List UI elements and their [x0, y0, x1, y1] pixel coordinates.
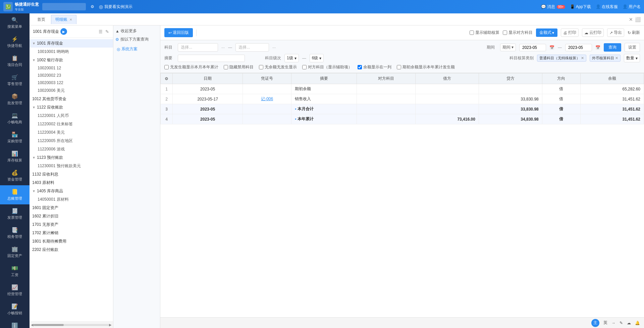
- collapse-header[interactable]: ▲ 收起更多: [115, 28, 158, 34]
- sidebar-item-assets[interactable]: 🏢 固定资产: [0, 243, 30, 262]
- quantity-select[interactable]: 数量 ▾: [624, 54, 640, 62]
- col-date[interactable]: 日期: [173, 73, 243, 84]
- col-summary[interactable]: 摘要: [291, 73, 357, 84]
- tree-item-11220005[interactable]: 11220005 所在地区: [30, 137, 113, 145]
- sidebar-item-project[interactable]: 📋 项目合同: [0, 52, 30, 71]
- status-bell[interactable]: 🔔: [635, 321, 640, 325]
- show-opposite-checkbox[interactable]: [503, 30, 507, 35]
- level-end-select[interactable]: 6级 ▾: [310, 54, 324, 62]
- tab-detail-close[interactable]: ✕: [69, 18, 72, 21]
- sidebar-item-ledger[interactable]: 📒 总账管理: [0, 185, 30, 204]
- tree-scroll-right[interactable]: ▶: [109, 323, 112, 327]
- cb-no-balance-occur[interactable]: 无余额无发生显示: [259, 64, 297, 70]
- col-debit[interactable]: 借方: [415, 73, 479, 84]
- cb-period-start-balance[interactable]: 期初余额显示本年累计发生额: [397, 64, 455, 70]
- tree-item-2202[interactable]: 2202 应付账款: [30, 246, 113, 254]
- tree-item-1801[interactable]: 1801 长期待摊费用: [30, 237, 113, 246]
- back-old-btn[interactable]: ↩ 退回旧版: [164, 28, 193, 37]
- tree-item-1132[interactable]: 1132 应收利息: [30, 170, 113, 179]
- tree-item-1602[interactable]: 1602 累计折旧: [30, 212, 113, 220]
- col-opposite[interactable]: 对方科目: [357, 73, 415, 84]
- sidebar-item-finance[interactable]: 💰 资金管理: [0, 166, 30, 185]
- maximize-btn[interactable]: ⬜: [635, 17, 641, 22]
- status-edit[interactable]: ✎: [620, 321, 623, 325]
- sidebar-item-basic[interactable]: ℹ️ 基础信息: [0, 319, 30, 328]
- message-btn[interactable]: 💬 消息 99+: [541, 4, 565, 10]
- tree-item-11220002[interactable]: 11220002 往来标签: [30, 120, 113, 128]
- period-calendar-icon-1[interactable]: 📅: [549, 45, 554, 50]
- show-aux-check[interactable]: 显示辅助核算: [470, 30, 499, 36]
- settings-btn-filter[interactable]: 设置: [625, 43, 640, 52]
- tree-item-10020006[interactable]: 10020006 美元: [30, 86, 113, 95]
- tag-close-foreign[interactable]: ✕: [615, 56, 618, 60]
- status-arrow[interactable]: →: [611, 321, 615, 325]
- cb-opposite-input[interactable]: [302, 65, 307, 69]
- tree-item-10020001[interactable]: 10020001 12: [30, 64, 113, 72]
- global-search[interactable]: [42, 3, 86, 10]
- col-voucher[interactable]: 凭证号: [243, 73, 291, 84]
- sidebar-item-quicknav[interactable]: ⚡ 快捷导航: [0, 32, 30, 52]
- sidebar-item-retail[interactable]: 🛒 零售管理: [0, 71, 30, 90]
- tree-edit-btn[interactable]: ✎: [105, 28, 110, 35]
- period-end-input[interactable]: [565, 44, 592, 51]
- online-service-btn[interactable]: 👤 在线客服: [596, 4, 618, 10]
- sidebar-item-tax[interactable]: 📑 税务管理: [0, 223, 30, 243]
- sidebar-item-invoice[interactable]: 🧾 发票管理: [0, 204, 30, 223]
- level-start-select[interactable]: 1级 ▾: [284, 54, 299, 62]
- sidebar-item-inventory[interactable]: 📊 库存核算: [0, 147, 30, 166]
- cb-no-occur-input[interactable]: [164, 65, 169, 69]
- tree-item-10020002[interactable]: 10020002 23: [30, 72, 113, 79]
- tree-item-1601[interactable]: 1601 固定资产: [30, 204, 113, 212]
- user-avatar[interactable]: 👤 用户名: [623, 4, 641, 10]
- tree-item-14050001[interactable]: 14050001 原材料: [30, 195, 113, 204]
- col-settings[interactable]: ⚙: [161, 73, 173, 84]
- cb-hide-disabled-input[interactable]: [224, 65, 228, 69]
- status-icon-main[interactable]: 主: [591, 319, 599, 327]
- col-credit[interactable]: 贷方: [479, 73, 542, 84]
- export-btn[interactable]: ↗ 导出: [607, 28, 624, 37]
- refresh-btn[interactable]: ↻ 刷新: [628, 30, 640, 36]
- sidebar-item-operations[interactable]: 📈 经营管理: [0, 281, 30, 300]
- cb-opposite[interactable]: 对方科目（显示辅助项）: [302, 64, 352, 70]
- settings-btn[interactable]: ⚙: [89, 4, 96, 10]
- cb-hide-disabled[interactable]: 隐藏禁用科目: [224, 64, 254, 70]
- col-direction[interactable]: 方向: [542, 73, 580, 84]
- tree-item-11230001[interactable]: 11230001 预付账款美元: [30, 162, 113, 170]
- cb-balance-one-col-input[interactable]: [358, 65, 362, 69]
- tree-item-1701[interactable]: 1701 无形资产: [30, 220, 113, 229]
- currency-mode-btn[interactable]: 金额式 ▾: [536, 28, 557, 37]
- tree-item-10010001[interactable]: 10010001 哟哟哟: [30, 48, 113, 56]
- account-next-btn[interactable]: ▶: [60, 28, 67, 35]
- period-start-input[interactable]: [519, 44, 546, 51]
- close-all-btn[interactable]: ✕: [629, 17, 633, 22]
- system-plan-item[interactable]: ◎ 系统方案: [115, 45, 158, 53]
- print-btn[interactable]: 🖨 打印: [561, 28, 579, 37]
- show-aux-checkbox[interactable]: [470, 30, 474, 35]
- cloud-print-btn[interactable]: ☁ 云打印: [582, 28, 604, 37]
- tree-item-11220004[interactable]: 11220004 美元: [30, 128, 113, 137]
- summary-input[interactable]: [178, 55, 245, 62]
- period-calendar-icon-2[interactable]: 📅: [595, 45, 600, 50]
- cb-period-start-balance-input[interactable]: [397, 65, 401, 69]
- tree-list-view-btn[interactable]: ☰: [98, 28, 103, 35]
- tag-close-normal[interactable]: ✕: [581, 56, 584, 60]
- tree-item-1002[interactable]: ▼ 1002 银行存款: [30, 56, 113, 64]
- sidebar-item-report[interactable]: 📝 小畅报销: [0, 300, 30, 319]
- tree-item-10020003[interactable]: 10020003 122: [30, 79, 113, 86]
- sidebar-item-search[interactable]: 🔍 搜索菜单: [0, 13, 30, 32]
- cb-no-occur[interactable]: 无发生额显示本月本年累计: [164, 64, 218, 70]
- sidebar-item-salary[interactable]: 💵 工资: [0, 262, 30, 281]
- tree-item-1123[interactable]: ▼ 1123 预付账款: [30, 153, 113, 162]
- col-balance[interactable]: 余额: [581, 73, 644, 84]
- show-opposite-check[interactable]: 显示对方科目: [503, 30, 533, 36]
- tree-item-1001[interactable]: ▼ 1001 库存现金: [30, 39, 113, 48]
- sidebar-item-wholesale[interactable]: 📦 批发管理: [0, 90, 30, 109]
- status-lang[interactable]: 英: [603, 320, 607, 326]
- sidebar-item-purchase[interactable]: 🏪 采购管理: [0, 128, 30, 147]
- tab-detail[interactable]: 明细账 ✕: [51, 15, 76, 24]
- tree-scroll-left[interactable]: ◀: [31, 323, 34, 327]
- subject-select-2[interactable]: 选择...: [235, 43, 269, 52]
- query-btn[interactable]: 查询: [604, 43, 621, 52]
- voucher-link-2[interactable]: 记-006: [261, 96, 273, 101]
- tab-home[interactable]: 首页: [33, 15, 50, 24]
